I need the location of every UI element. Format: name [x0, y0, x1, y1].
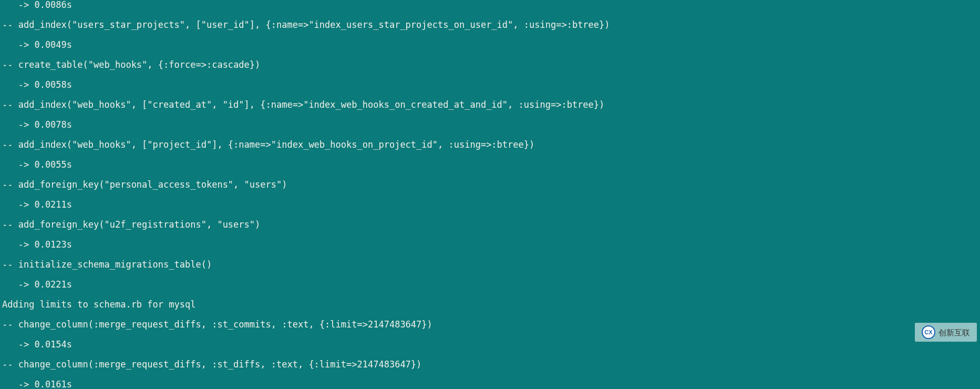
- terminal-line: -- change_column(:merge_request_diffs, :…: [2, 320, 978, 330]
- terminal-line: -- add_foreign_key("personal_access_toke…: [2, 180, 978, 190]
- terminal-line: -> 0.0078s: [2, 120, 978, 130]
- terminal-line: -- initialize_schema_migrations_table(): [2, 260, 978, 270]
- terminal-line: -> 0.0123s: [2, 240, 978, 250]
- terminal-line: -- add_index("web_hooks", ["project_id"]…: [2, 140, 978, 150]
- terminal-line: -> 0.0055s: [2, 160, 978, 170]
- terminal-line: -> 0.0221s: [2, 280, 978, 290]
- terminal-line: -- create_table("web_hooks", {:force=>:c…: [2, 60, 978, 70]
- terminal-output: -> 0.0086s -- add_index("users_star_proj…: [0, 0, 980, 389]
- terminal-line: -- add_index("web_hooks", ["created_at",…: [2, 100, 978, 110]
- terminal-line: -> 0.0049s: [2, 40, 978, 50]
- terminal-line: -- add_index("users_star_projects", ["us…: [2, 20, 978, 30]
- terminal-line: -> 0.0086s: [2, 0, 978, 10]
- terminal-line: -> 0.0058s: [2, 80, 978, 90]
- terminal-line: -- change_column(:merge_request_diffs, :…: [2, 360, 978, 370]
- terminal-line: -> 0.0161s: [2, 380, 978, 389]
- terminal-line: -> 0.0211s: [2, 200, 978, 210]
- terminal-line: Adding limits to schema.rb for mysql: [2, 300, 978, 310]
- terminal-line: -- add_foreign_key("u2f_registrations", …: [2, 220, 978, 230]
- terminal-line: -> 0.0154s: [2, 340, 978, 350]
